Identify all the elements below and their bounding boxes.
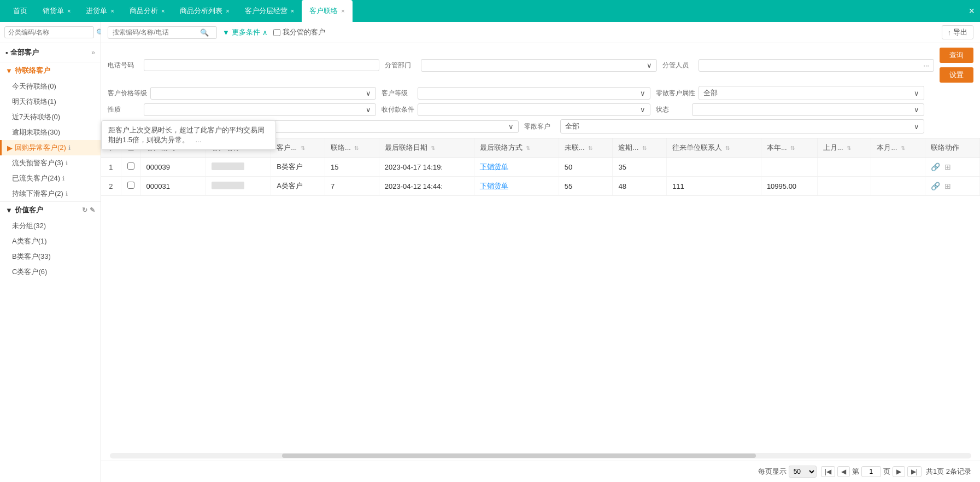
sidebar-item-today[interactable]: 今天待联络(0): [0, 79, 101, 94]
filter-select-scatter-customer[interactable]: 全部 ∨: [560, 119, 924, 133]
next-page-btn[interactable]: ▶: [893, 466, 905, 477]
scrollbar-thumb[interactable]: [282, 454, 756, 458]
query-btn[interactable]: 查询: [940, 48, 973, 63]
page-input[interactable]: [861, 466, 881, 477]
filter-select-manager[interactable]: ···: [699, 59, 934, 72]
td-this-month-2: [871, 177, 925, 196]
sidebar-group-value[interactable]: ▼ 价值客户 ↻ ✎: [0, 201, 101, 218]
filter-search-input[interactable]: [113, 28, 200, 36]
td-last-method-1: 下销货单: [474, 158, 559, 177]
lost-preview-info-icon[interactable]: ℹ: [66, 160, 68, 167]
td-index-1: 1: [101, 158, 121, 177]
filter-select-customer-grade[interactable]: ∨: [418, 87, 650, 100]
page-nav: |◀ ◀ 第 页 ▶ ▶|: [821, 466, 922, 477]
filter-select-price-grade[interactable]: ∨: [150, 87, 376, 100]
th-this-month[interactable]: 本月... ⇅: [871, 138, 925, 158]
th-last-contact-date[interactable]: 最后联络日期 ⇅: [379, 138, 474, 158]
filter-select-scatter-attr[interactable]: 全部 ∨: [699, 86, 924, 100]
page-size-select[interactable]: 50 100 200: [789, 466, 817, 478]
th-uncontacted[interactable]: 未联... ⇅: [559, 138, 613, 158]
last-page-btn[interactable]: ▶|: [907, 466, 922, 477]
table-wrapper[interactable]: ⚙ 客户编码 ⇅ 客户名称 ⇅: [101, 138, 980, 453]
filter-row-2: 客户价格等级 ∨ 客户等级 ∨ 零散客户属性 全部: [108, 86, 973, 100]
th-this-year[interactable]: 本年... ⇅: [761, 138, 817, 158]
settings-btn[interactable]: 设置: [940, 67, 973, 83]
sidebar-collapse-icon[interactable]: »: [91, 49, 95, 56]
sidebar-item-sustained-down[interactable]: 持续下滑客户(2) ℹ: [0, 186, 101, 201]
filter-select-nature[interactable]: ∨: [144, 103, 376, 116]
first-page-btn[interactable]: |◀: [821, 466, 835, 477]
filter-label-scatter-attr: 零散客户属性: [656, 89, 695, 98]
filter-select-payment[interactable]: ∨: [418, 103, 650, 116]
sidebar-item-lost-preview[interactable]: 流失预警客户(3) ℹ: [0, 155, 101, 171]
sort-icon-unit-contact: ⇅: [725, 145, 730, 151]
value-refresh-icon[interactable]: ↻: [82, 206, 87, 214]
sort-icon-last-method: ⇅: [526, 145, 530, 151]
row2-more-icon[interactable]: ⊞: [944, 182, 951, 190]
sidebar-search-input[interactable]: [4, 26, 94, 38]
horizontal-scrollbar[interactable]: [110, 453, 971, 458]
export-btn[interactable]: ↑ 导出: [942, 25, 974, 39]
nav-item-customer-contact[interactable]: 客户联络 ×: [302, 0, 352, 22]
sort-icon-last-date: ⇅: [431, 145, 435, 151]
th-last-contact-method[interactable]: 最后联络方式 ⇅: [474, 138, 559, 158]
sidebar-item-ungrouped[interactable]: 未分组(32): [0, 218, 101, 234]
nav-close-sales[interactable]: ×: [67, 8, 71, 14]
sidebar-item-a-class[interactable]: A类客户(1): [0, 234, 101, 249]
sort-icon-this-year: ⇅: [790, 145, 795, 151]
sidebar-item-b-class[interactable]: B类客户(33): [0, 249, 101, 264]
th-overdue[interactable]: 逾期... ⇅: [613, 138, 667, 158]
row1-contact-icon[interactable]: 🔗: [931, 162, 940, 171]
sidebar-all-customers-title[interactable]: ▪ 全部客户: [5, 48, 39, 57]
nav-close-customer-contact[interactable]: ×: [341, 8, 344, 14]
sidebar-item-already-lost[interactable]: 已流失客户(24) ℹ: [0, 171, 101, 186]
sidebar-item-7days[interactable]: 近7天待联络(0): [0, 109, 101, 125]
value-edit-icon[interactable]: ✎: [90, 206, 95, 214]
more-conditions-btn[interactable]: ▼ 更多条件 ∧: [222, 27, 268, 37]
filter-label-manager: 分管人员: [662, 61, 695, 70]
row2-contact-icon[interactable]: 🔗: [931, 182, 940, 190]
sidebar-item-repurchase-abnormal[interactable]: ▶ 回购异常客户(2) ℹ: [0, 140, 101, 155]
td-last-date-2: 2023-04-12 14:44:: [379, 177, 474, 196]
repurchase-info-icon[interactable]: ℹ: [68, 144, 71, 152]
filter-label-nature: 性质: [108, 105, 140, 114]
nav-item-analysis-list[interactable]: 商品分析列表 ×: [172, 0, 237, 22]
nav-close-purchase[interactable]: ×: [110, 8, 114, 14]
my-customers-checkbox[interactable]: [273, 29, 280, 36]
row2-checkbox[interactable]: [127, 182, 134, 189]
th-unit-contact[interactable]: 往来单位联系人 ⇅: [667, 138, 761, 158]
sort-icon-uncontacted: ⇅: [588, 145, 592, 151]
filter-input-phone[interactable]: [144, 59, 379, 71]
already-lost-info-icon[interactable]: ℹ: [62, 175, 64, 182]
pagination-bar: 每页显示 50 100 200 |◀ ◀ 第 页 ▶ ▶| 共1页 2条: [101, 461, 980, 482]
close-window-icon[interactable]: ×: [969, 5, 975, 17]
sustained-down-info-icon[interactable]: ℹ: [66, 190, 68, 198]
tooltip-more-icon[interactable]: ...: [195, 136, 201, 144]
nav-close-analysis[interactable]: ×: [161, 8, 165, 14]
nav-close-analysis-list[interactable]: ×: [226, 8, 229, 14]
sidebar-item-tomorrow[interactable]: 明天待联络(1): [0, 94, 101, 109]
nav-item-purchase[interactable]: 进货单 ×: [78, 0, 121, 22]
nav-close-customer-layer[interactable]: ×: [291, 8, 294, 14]
nav-item-sales[interactable]: 销货单 ×: [35, 0, 78, 22]
prev-page-btn[interactable]: ◀: [837, 466, 850, 477]
row1-checkbox[interactable]: [127, 162, 134, 170]
nav-item-home[interactable]: 首页: [5, 0, 35, 22]
td-actions-2: 🔗 ⊞: [925, 177, 980, 196]
th-last-month[interactable]: 上月... ⇅: [817, 138, 871, 158]
filter-select-dept[interactable]: ∨: [421, 59, 656, 72]
filter-search-icon[interactable]: 🔍: [200, 28, 209, 37]
filter-cell-dept: 分管部门 ∨: [385, 59, 656, 72]
sidebar-item-c-class[interactable]: C类客户(6): [0, 264, 101, 280]
sidebar-search-icon[interactable]: 🔍: [96, 28, 101, 37]
more-conditions-chevron: ∧: [262, 28, 268, 37]
sidebar-item-overdue[interactable]: 逾期未联络(30): [0, 125, 101, 140]
th-contact-count[interactable]: 联络... ⇅: [325, 138, 379, 158]
nav-item-customer-layer[interactable]: 客户分层经营 ×: [237, 0, 302, 22]
sidebar-group-pending[interactable]: ▼ 待联络客户: [0, 62, 101, 79]
nav-item-analysis[interactable]: 商品分析 ×: [122, 0, 172, 22]
td-last-month-1: [817, 158, 871, 177]
filter-select-status[interactable]: ∨: [692, 103, 924, 116]
th-customer-type[interactable]: 客户... ⇅: [271, 138, 325, 158]
row1-more-icon[interactable]: ⊞: [944, 162, 951, 171]
